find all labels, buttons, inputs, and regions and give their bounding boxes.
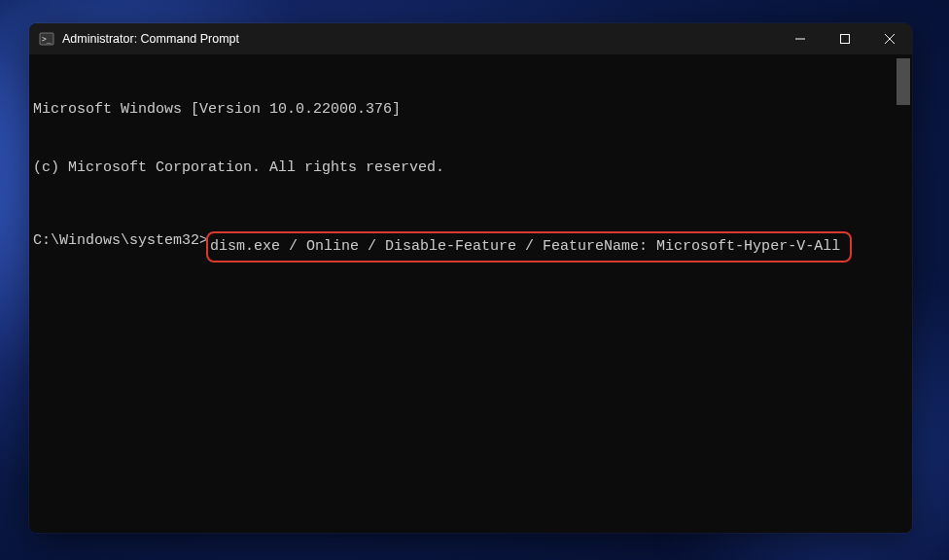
svg-rect-3: [841, 35, 850, 44]
copyright-line: (c) Microsoft Corporation. All rights re…: [33, 158, 906, 178]
prompt-row: C:\Windows\system32>dism.exe / Online / …: [33, 231, 906, 262]
titlebar[interactable]: >_ Administrator: Command Prompt: [29, 23, 912, 54]
scrollbar-thumb[interactable]: [896, 58, 910, 105]
version-line: Microsoft Windows [Version 10.0.22000.37…: [33, 100, 906, 120]
maximize-button[interactable]: [823, 23, 867, 54]
command-prompt-window: >_ Administrator: Command Prompt Microso…: [29, 23, 912, 533]
command-text: dism.exe / Online / Disable-Feature / Fe…: [210, 238, 840, 255]
svg-text:>_: >_: [42, 35, 52, 44]
minimize-button[interactable]: [778, 23, 823, 54]
terminal-output[interactable]: Microsoft Windows [Version 10.0.22000.37…: [29, 54, 912, 533]
cmd-icon: >_: [39, 31, 54, 47]
window-controls: [778, 23, 912, 54]
scrollbar[interactable]: [896, 58, 910, 529]
window-title: Administrator: Command Prompt: [62, 32, 239, 46]
command-highlight: dism.exe / Online / Disable-Feature / Fe…: [206, 231, 852, 262]
prompt-text: C:\Windows\system32>: [33, 231, 208, 251]
close-button[interactable]: [867, 23, 912, 54]
